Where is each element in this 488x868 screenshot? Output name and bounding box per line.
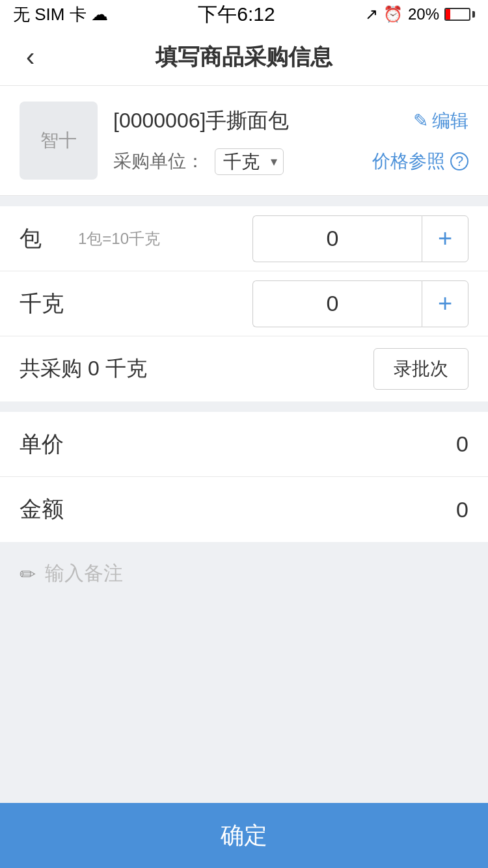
note-section[interactable]: ✏ 输入备注 [0, 542, 488, 620]
summary-row: 共采购 0 千克 录批次 [0, 336, 488, 401]
kg-row: 千克 + [0, 271, 488, 336]
unit-price-value: 0 [456, 431, 468, 457]
amount-row: 金额 0 [0, 477, 488, 542]
separator-2 [0, 401, 488, 412]
unit-price-row: 单价 0 [0, 412, 488, 477]
record-batch-button[interactable]: 录批次 [373, 348, 468, 390]
status-time: 下午6:12 [198, 1, 275, 28]
pack-label: 包 [20, 224, 72, 254]
edit-icon: ✎ [413, 110, 428, 131]
product-name: [0000006]手撕面包 [113, 107, 289, 135]
content-spacer [0, 620, 488, 815]
alarm-icon: ⏰ [383, 5, 403, 23]
edit-button[interactable]: ✎ 编辑 [413, 109, 468, 133]
product-name-row: [0000006]手撕面包 ✎ 编辑 [113, 107, 468, 135]
unit-price-label: 单价 [20, 429, 64, 459]
product-image-label: 智十 [40, 128, 77, 153]
summary-text: 共采购 0 千克 [20, 355, 147, 383]
product-info: [0000006]手撕面包 ✎ 编辑 采购单位： 千克 ▾ 价格参照 ? [113, 107, 468, 175]
battery-icon [444, 8, 475, 21]
pack-quantity-input[interactable] [252, 215, 422, 262]
page-title: 填写商品采购信息 [156, 42, 332, 72]
price-ref-button[interactable]: 价格参照 ? [372, 149, 468, 174]
price-ref-icon: ? [450, 152, 468, 170]
separator-1 [0, 196, 488, 206]
back-button[interactable]: ‹ [20, 36, 41, 78]
kg-label: 千克 [20, 289, 72, 319]
quantity-section: 包 1包=10千克 + 千克 + 共采购 0 千克 录批次 [0, 206, 488, 401]
product-card: 智十 [0000006]手撕面包 ✎ 编辑 采购单位： 千克 ▾ 价 [0, 86, 488, 196]
note-placeholder: 输入备注 [45, 560, 123, 587]
unit-row: 采购单位： 千克 ▾ 价格参照 ? [113, 148, 468, 175]
sim-label: 无 SIM 卡 ☁ [13, 3, 108, 26]
nav-bar: ‹ 填写商品采购信息 [0, 29, 488, 86]
pack-sublabel: 1包=10千克 [78, 228, 160, 249]
unit-label: 采购单位： [113, 149, 204, 174]
unit-select-wrapper[interactable]: 千克 ▾ [215, 148, 284, 175]
product-image: 智十 [20, 102, 98, 180]
direction-icon: ↗ [365, 5, 378, 23]
amount-value: 0 [456, 497, 468, 522]
kg-plus-button[interactable]: + [422, 280, 468, 327]
price-ref-label: 价格参照 [372, 149, 445, 174]
pack-input-group: + [252, 215, 468, 262]
status-bar: 无 SIM 卡 ☁ 下午6:12 ↗ ⏰ 20% [0, 0, 488, 29]
unit-select[interactable]: 千克 [215, 148, 284, 175]
price-section: 单价 0 金额 0 [0, 412, 488, 542]
confirm-bar[interactable]: 确定 [0, 803, 488, 868]
edit-label: 编辑 [432, 109, 468, 133]
status-left: 无 SIM 卡 ☁ [13, 3, 108, 26]
battery-percent: 20% [408, 5, 439, 23]
pack-plus-button[interactable]: + [422, 215, 468, 262]
amount-label: 金额 [20, 495, 64, 524]
confirm-button-label: 确定 [221, 820, 267, 852]
pack-row: 包 1包=10千克 + [0, 206, 488, 271]
pencil-icon: ✏ [20, 563, 36, 586]
status-right: ↗ ⏰ 20% [365, 5, 475, 23]
kg-input-group: + [252, 280, 468, 327]
kg-quantity-input[interactable] [252, 280, 422, 327]
